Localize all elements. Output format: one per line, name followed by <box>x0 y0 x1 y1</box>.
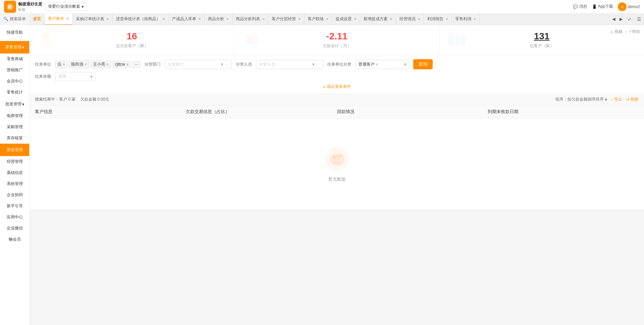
dept-dots: ··· <box>226 62 229 66</box>
export-icon: ↑ <box>611 97 613 102</box>
filter-tag-wu-remove[interactable]: ✕ <box>62 63 65 66</box>
video-btn[interactable]: ▷ 视频 <box>611 29 622 35</box>
tab-bar: 首页 客户账本 ✕ 采购订单统计表 ✕ 进货单统计表（按商品） ✕ 产成品入库单… <box>30 13 644 25</box>
tab-close-operations[interactable]: ✕ <box>418 17 420 21</box>
tab-inventory-stats[interactable]: 进货单统计表（按商品） ✕ <box>113 13 169 25</box>
sidebar-item-operations[interactable]: 经营管理 <box>0 156 29 167</box>
tab-profit-report[interactable]: 利润报告 ✕ <box>424 13 452 25</box>
app-download-btn[interactable]: 📱 App下载 <box>592 4 613 9</box>
filter-select-dept[interactable]: 分管部门 ▾ ··· <box>165 60 232 69</box>
sidebar-item-wholesale-mgmt[interactable]: 批发管理 ▾ <box>0 98 29 110</box>
tab-home[interactable]: 首页 <box>30 13 45 25</box>
top-bar-left: 财 畅捷通好生意 标版 母婴行业演示帐套 ▾ <box>4 1 87 13</box>
message-btn[interactable]: 💬 消息 <box>573 4 587 9</box>
tab-close-profit-report[interactable]: ✕ <box>445 17 448 21</box>
sidebar-item-quick-nav[interactable]: 快捷导航 <box>0 26 29 39</box>
filter-tag-regular-remove[interactable]: ✕ <box>376 63 378 66</box>
tab-retail-profit[interactable]: 零售利润 ✕ <box>452 13 480 25</box>
tab-close-goods-analysis[interactable]: ✕ <box>226 17 229 21</box>
account-selector[interactable]: 母婴行业演示帐套 ▾ <box>45 2 87 11</box>
sidebar-item-membership[interactable]: 会员中心 <box>0 76 29 87</box>
filter-label-unit: 往来单位 <box>35 62 51 67</box>
sidebar-item-marketing[interactable]: 营销推广 <box>0 65 29 76</box>
tab-close-purchase-order-stats[interactable]: ✕ <box>106 17 109 21</box>
filter-tag-cj-remove[interactable]: ✕ <box>126 63 129 66</box>
tab-close-product-inbound[interactable]: ✕ <box>198 17 201 21</box>
stats-row: 16 总欠款客户（家） ¥ -2.11 欠款合计（万） <box>30 25 644 55</box>
tab-customer-segment[interactable]: 客户分层经营 ✕ <box>268 13 304 25</box>
tab-operations[interactable]: 经营情况 ✕ <box>396 13 424 25</box>
svg-rect-6 <box>448 33 455 46</box>
chevron-up-icon: ∧ <box>323 84 326 89</box>
sidebar-item-purchase[interactable]: 采购管理 <box>0 121 29 133</box>
main-layout: 🔍 搜索菜单 快捷导航 零售管理 ▾ 零售商城 营销推广 会员中心 零售统计 <box>0 13 644 325</box>
tab-goods-analysis[interactable]: 商品分析 ✕ <box>205 13 232 25</box>
sidebar: 🔍 搜索菜单 快捷导航 零售管理 ▾ 零售商城 营销推广 会员中心 零售统计 <box>0 13 30 325</box>
tab-close-retail-profit[interactable]: ✕ <box>473 17 476 21</box>
collapse-filter-btn[interactable]: ∧ 收起更多条件 <box>35 84 639 89</box>
export-btn[interactable]: ↑ 导出 <box>611 97 622 102</box>
svg-point-2 <box>42 32 50 40</box>
filter-tag-chen-remove[interactable]: ✕ <box>84 63 87 66</box>
filter-tag-more[interactable]: ··· <box>132 61 140 68</box>
data-table: 客户信息 欠款交易信息（占比） 回款情况 到期未收款日期 <box>30 105 644 209</box>
tab-close-goods-analysis-list[interactable]: ✕ <box>262 17 265 21</box>
sidebar-item-retail-stats[interactable]: 零售统计 <box>0 87 29 98</box>
sidebar-item-ecommerce[interactable]: 电商管理 <box>0 110 29 121</box>
tab-scroll-right-btn[interactable]: ▶ <box>617 16 625 22</box>
tab-maximize-btn[interactable]: ⤢ <box>625 16 634 22</box>
sidebar-item-inventory[interactable]: 库存核算 <box>0 133 29 144</box>
stat-content-debt: -2.11 欠款合计（万） <box>323 31 351 49</box>
sidebar-item-enterprise-collab[interactable]: 企业协同 <box>0 189 29 201</box>
tab-menu-btn[interactable]: ☰ <box>634 16 644 22</box>
tab-purchase-order-stats[interactable]: 采购订单统计表 ✕ <box>73 13 113 25</box>
filter-label-balance: 往来余额 <box>35 74 51 79</box>
sidebar-search[interactable]: 🔍 搜索菜单 <box>0 13 29 25</box>
stat-value-total-customers[interactable]: 131 <box>530 31 554 42</box>
empty-state: 暂无数据 <box>30 118 644 209</box>
chevron-down-icon: ▾ <box>22 102 24 107</box>
svg-text:财: 财 <box>7 5 12 9</box>
sort-btn[interactable]: 排序：按欠款金额倒序排序 ▾ <box>555 97 607 102</box>
help-btn[interactable]: ? 帮助 <box>629 29 640 35</box>
tab-close-add-commission[interactable]: ✕ <box>390 17 392 21</box>
tab-close-customer-contact[interactable]: ✕ <box>326 17 329 21</box>
chevron-down-icon: ▾ <box>90 74 92 79</box>
chevron-down-icon: ▾ <box>82 4 84 9</box>
sidebar-item-basic-info[interactable]: 基础信息 <box>0 167 29 178</box>
tab-close-customer-segment[interactable]: ✕ <box>298 17 301 21</box>
sidebar-item-system[interactable]: 系统管理 <box>0 178 29 189</box>
tab-product-inbound[interactable]: 产成品入库单 ✕ <box>169 13 205 25</box>
filter-select-category[interactable]: 普通客户 ✕ ▾ <box>355 60 409 69</box>
tab-customer-ledger[interactable]: 客户账本 ✕ <box>45 13 73 25</box>
tab-goods-analysis-list[interactable]: 商品分析列表 ✕ <box>232 13 268 25</box>
sidebar-item-wechat[interactable]: 企业微信 <box>0 223 29 234</box>
tab-customer-contact[interactable]: 客户联络 ✕ <box>304 13 332 25</box>
sidebar-item-retail-shop[interactable]: 零售商城 <box>0 53 29 65</box>
filter-label-category: 往来单位分类 <box>327 62 351 67</box>
tab-actions: ◀ ▶ ⤢ ☰ <box>610 16 644 22</box>
logo-title: 畅捷通好生意 <box>18 1 42 7</box>
logo-area: 财 畅捷通好生意 标版 <box>4 1 42 13</box>
filter-area: 往来单位 伍 ✕ 陈民强 ✕ 王小亮 ✕ <box>30 55 644 94</box>
filter-select-manager[interactable]: 分管人员 ▾ ··· <box>256 60 323 69</box>
sidebar-item-member[interactable]: 畅会员 <box>0 234 29 245</box>
filter-tag-regular-customer: 普通客户 ✕ <box>358 62 378 67</box>
sidebar-item-app-center[interactable]: 应用中心 <box>0 212 29 223</box>
tab-close-customer-ledger[interactable]: ✕ <box>66 17 69 21</box>
tab-add-commission[interactable]: 新增提成方案 ✕ <box>360 13 396 25</box>
tab-scroll-left-btn[interactable]: ◀ <box>610 16 617 22</box>
query-button[interactable]: 查询 <box>413 59 433 69</box>
sidebar-item-finance[interactable]: 资金管理 <box>0 144 29 156</box>
manager-dots: ··· <box>317 62 320 66</box>
col-debt-info: 欠款交易信息（占比） <box>186 109 337 115</box>
sidebar-item-guide[interactable]: 新手引导 <box>0 201 29 212</box>
tab-close-commission-settings[interactable]: ✕ <box>354 17 356 21</box>
filter-tag-wang-remove[interactable]: ✕ <box>106 63 109 66</box>
filter-select-balance[interactable]: 选择... ▾ <box>55 72 95 81</box>
sidebar-item-retail-mgmt[interactable]: 零售管理 ▾ <box>0 41 29 53</box>
refresh-btn[interactable]: ↺ 刷新 <box>626 97 639 102</box>
tab-close-inventory-stats[interactable]: ✕ <box>162 17 165 21</box>
user-avatar-btn[interactable]: d demo2 <box>618 2 640 11</box>
tab-commission-settings[interactable]: 提成设置 ✕ <box>332 13 360 25</box>
